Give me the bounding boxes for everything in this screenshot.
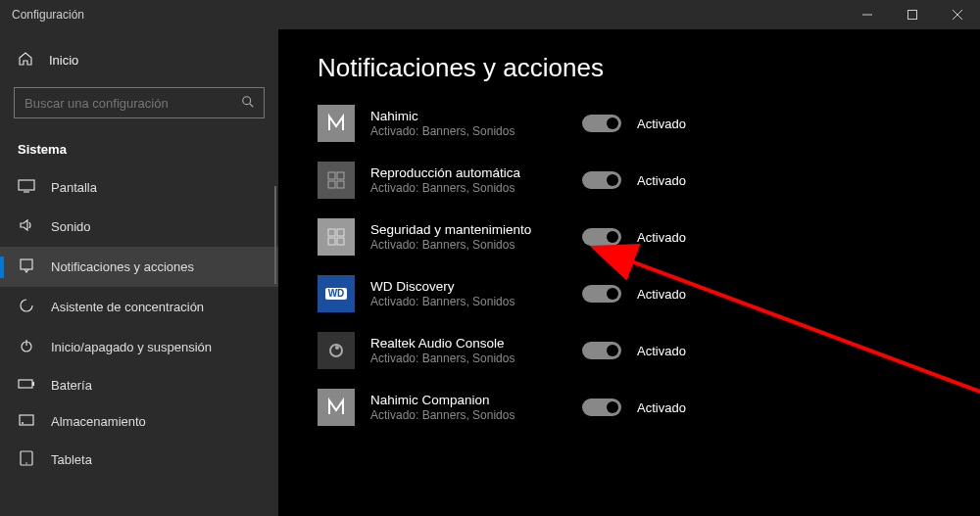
svg-rect-18 (337, 172, 344, 179)
app-name: Realtek Audio Console (370, 336, 566, 351)
svg-point-16 (25, 462, 27, 464)
sidebar-item-almacenamiento[interactable]: Almacenamiento (0, 403, 278, 440)
app-icon-wd: WD (318, 275, 355, 312)
toggle-reproduccion[interactable] (582, 171, 621, 189)
svg-rect-19 (328, 181, 335, 188)
tablet-icon (18, 450, 35, 469)
toggle-label: Activado (637, 173, 686, 188)
svg-rect-8 (21, 259, 32, 269)
home-button[interactable]: Inicio (0, 41, 278, 87)
toggle-wd[interactable] (582, 285, 621, 303)
home-icon (18, 51, 33, 70)
sidebar-scrollbar[interactable] (274, 186, 276, 284)
svg-rect-11 (19, 380, 32, 388)
storage-icon (18, 414, 35, 429)
window-title: Configuración (12, 8, 84, 22)
minimize-button[interactable] (845, 0, 890, 29)
app-row-seguridad[interactable]: Seguridad y mantenimiento Activado: Bann… (318, 218, 980, 256)
toggle-label: Activado (637, 344, 686, 358)
app-status: Activado: Banners, Sonidos (370, 408, 566, 422)
sidebar-item-label: Notificaciones y acciones (51, 259, 194, 274)
toggle-label: Activado (637, 230, 686, 245)
app-name: Nahimic Companion (370, 393, 566, 407)
svg-rect-6 (19, 180, 34, 190)
svg-rect-21 (328, 229, 335, 236)
app-name: Reproducción automática (370, 165, 566, 180)
search-box (14, 87, 265, 118)
toggle-nahimic-companion[interactable] (582, 399, 621, 416)
sidebar-item-label: Asistente de concentración (51, 300, 204, 314)
sidebar-item-label: Pantalla (51, 180, 97, 195)
focus-icon (18, 298, 35, 316)
sidebar-item-power[interactable]: Inicio/apagado y suspensión (0, 327, 278, 367)
svg-line-5 (250, 104, 254, 108)
section-label: Sistema (0, 136, 278, 168)
display-icon (18, 179, 35, 196)
search-input[interactable] (14, 87, 265, 118)
app-row-wd[interactable]: WD WD Discovery Activado: Banners, Sonid… (318, 275, 980, 312)
svg-rect-24 (337, 238, 344, 245)
app-list: Nahimic Activado: Banners, Sonidos Activ… (318, 105, 980, 426)
svg-rect-12 (32, 382, 34, 386)
sidebar-item-label: Almacenamiento (51, 414, 146, 429)
app-name: WD Discovery (370, 279, 566, 294)
sound-icon (18, 217, 35, 236)
nav-list: Pantalla Sonido Notificaciones y accione… (0, 168, 278, 516)
main-content: Notificaciones y acciones Nahimic Activa… (278, 29, 980, 516)
app-row-nahimic[interactable]: Nahimic Activado: Banners, Sonidos Activ… (318, 105, 980, 142)
sidebar-item-label: Tableta (51, 452, 92, 467)
app-name: Nahimic (370, 109, 566, 123)
toggle-label: Activado (637, 287, 686, 302)
home-label: Inicio (49, 53, 78, 68)
svg-rect-22 (337, 229, 344, 236)
sidebar: Inicio Sistema Pantalla Sonido (0, 29, 278, 516)
sidebar-item-notificaciones[interactable]: Notificaciones y acciones (0, 247, 278, 287)
toggle-label: Activado (637, 117, 686, 131)
svg-rect-1 (908, 11, 917, 20)
svg-rect-13 (20, 415, 33, 425)
app-icon-security (318, 218, 355, 256)
titlebar: Configuración (0, 0, 980, 29)
app-status: Activado: Banners, Sonidos (370, 124, 566, 138)
svg-point-4 (243, 97, 251, 105)
body: Inicio Sistema Pantalla Sonido (0, 29, 980, 516)
app-icon-nahimic-companion (318, 389, 355, 426)
toggle-label: Activado (637, 400, 686, 415)
sidebar-item-asistente[interactable]: Asistente de concentración (0, 287, 278, 327)
page-title: Notificaciones y acciones (318, 53, 980, 83)
toggle-nahimic[interactable] (582, 115, 621, 132)
app-row-reproduccion[interactable]: Reproducción automática Activado: Banner… (318, 162, 980, 199)
toggle-realtek[interactable] (582, 342, 621, 359)
toggle-seguridad[interactable] (582, 228, 621, 246)
svg-rect-20 (337, 181, 344, 188)
sidebar-item-label: Sonido (51, 219, 90, 234)
sidebar-item-sonido[interactable]: Sonido (0, 207, 278, 247)
app-status: Activado: Banners, Sonidos (370, 352, 566, 365)
notifications-icon (18, 258, 35, 276)
settings-window: Configuración Inicio (0, 0, 980, 516)
app-status: Activado: Banners, Sonidos (370, 295, 566, 308)
sidebar-item-pantalla[interactable]: Pantalla (0, 168, 278, 207)
app-status: Activado: Banners, Sonidos (370, 238, 566, 252)
app-row-nahimic-companion[interactable]: Nahimic Companion Activado: Banners, Son… (318, 389, 980, 426)
svg-point-14 (22, 422, 24, 424)
sidebar-item-label: Inicio/apagado y suspensión (51, 340, 212, 354)
sidebar-item-bateria[interactable]: Batería (0, 367, 278, 403)
close-button[interactable] (935, 0, 980, 29)
app-icon-realtek (318, 332, 355, 369)
svg-rect-23 (328, 238, 335, 245)
battery-icon (18, 378, 35, 393)
app-name: Seguridad y mantenimiento (370, 222, 566, 237)
maximize-button[interactable] (890, 0, 935, 29)
app-icon-autoplay (318, 162, 355, 199)
sidebar-item-label: Batería (51, 378, 92, 393)
sidebar-item-tableta[interactable]: Tableta (0, 440, 278, 480)
svg-rect-17 (328, 172, 335, 179)
app-row-realtek[interactable]: Realtek Audio Console Activado: Banners,… (318, 332, 980, 369)
app-status: Activado: Banners, Sonidos (370, 181, 566, 195)
search-icon (241, 95, 255, 112)
app-icon-nahimic (318, 105, 355, 142)
power-icon (18, 338, 35, 356)
